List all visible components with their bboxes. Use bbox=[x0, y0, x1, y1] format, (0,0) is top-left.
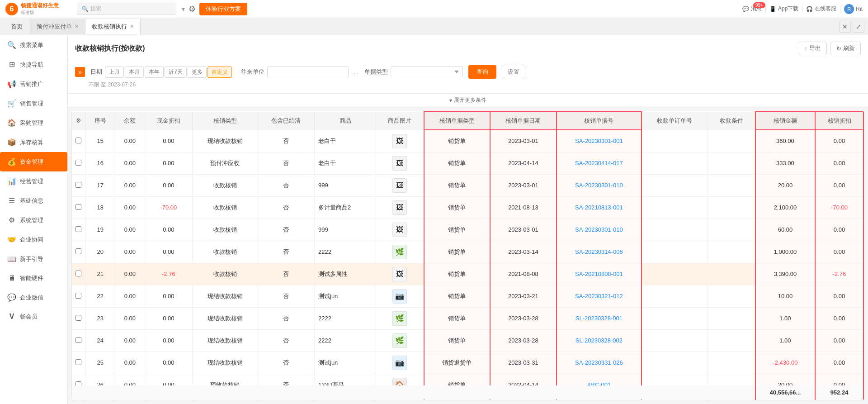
row-select[interactable] bbox=[72, 152, 85, 174]
row-cancel-no[interactable]: SL-20230328-001 bbox=[557, 307, 642, 329]
cancel-no-link[interactable]: SA-20230314-008 bbox=[575, 248, 623, 255]
sidebar-item-guide[interactable]: 📖 新手引导 bbox=[0, 249, 67, 269]
row-no: 21 bbox=[85, 263, 115, 285]
row-cancel-no[interactable]: SA-20210813-001 bbox=[557, 196, 642, 219]
row-select[interactable] bbox=[72, 219, 85, 241]
row-cancel-no[interactable]: SA-20230301-010 bbox=[557, 219, 642, 241]
tab-close-button[interactable]: ✕ bbox=[839, 21, 851, 33]
sidebar-item-basic[interactable]: ☰ 基础信息 bbox=[0, 191, 67, 210]
export-button[interactable]: ↑ 导出 bbox=[799, 42, 827, 55]
row-cancel-no[interactable]: SA-20230321-012 bbox=[557, 285, 642, 307]
tab-close-1[interactable]: ✕ bbox=[75, 24, 79, 29]
query-button[interactable]: 查询 bbox=[468, 65, 496, 79]
row-select[interactable] bbox=[72, 329, 85, 352]
row-receipt-condition bbox=[708, 130, 755, 152]
gear-button[interactable]: ⚙ bbox=[189, 4, 196, 14]
message-action[interactable]: 💬 消息 99+ bbox=[742, 5, 762, 13]
basic-icon: ☰ bbox=[7, 196, 16, 205]
row-cancel-no[interactable]: SA-20230331-026 bbox=[557, 352, 642, 374]
row-cancel-no[interactable]: SA-20230314-008 bbox=[557, 241, 642, 263]
search-box[interactable]: 🔍 搜索 bbox=[77, 3, 176, 15]
sidebar-item-wechat[interactable]: 💬 企业微信 bbox=[0, 288, 67, 307]
row-cancel-no[interactable]: SA-20230301-010 bbox=[557, 174, 642, 196]
search-dropdown-icon[interactable]: ▾ bbox=[182, 5, 185, 13]
row-cancel-no[interactable]: SL-20230328-002 bbox=[557, 329, 642, 352]
date-7days[interactable]: 近7天 bbox=[165, 67, 187, 78]
row-cancel-no[interactable]: SA-20230301-001 bbox=[557, 130, 642, 152]
sidebar-item-corp[interactable]: 🤝 企业协同 bbox=[0, 230, 67, 249]
row-cancel-date: 2023-03-01 bbox=[490, 219, 556, 241]
cancel-no-link[interactable]: SL-20230328-001 bbox=[576, 315, 623, 322]
col-settings[interactable]: ⚙ bbox=[72, 112, 85, 130]
sidebar-item-sales[interactable]: 🛒 销售管理 bbox=[0, 94, 67, 113]
row-cancel-no[interactable]: SA-20210808-001 bbox=[557, 263, 642, 285]
refresh-button[interactable]: ↻ 刷新 bbox=[830, 42, 861, 55]
row-select[interactable] bbox=[72, 352, 85, 374]
cancel-no-link[interactable]: SL-20230328-002 bbox=[576, 337, 623, 344]
cancel-no-link[interactable]: SA-20230301-001 bbox=[575, 138, 623, 144]
user-profile[interactable]: R Rit bbox=[844, 4, 863, 14]
cancel-no-link[interactable]: SA-20210813-001 bbox=[575, 204, 623, 211]
cancel-no-link[interactable]: SA-20210808-001 bbox=[575, 271, 623, 277]
row-select[interactable] bbox=[72, 241, 85, 263]
total-cancel-discount: 952.24 bbox=[815, 385, 863, 400]
row-receipt-order bbox=[642, 174, 708, 196]
table-settings-icon[interactable]: ⚙ bbox=[76, 117, 81, 124]
filter-toggle-button[interactable]: » bbox=[75, 67, 85, 77]
date-buttons: 上月 本月 本年 近7天 更多 自定义 bbox=[105, 67, 232, 78]
row-select[interactable] bbox=[72, 263, 85, 285]
date-this-year[interactable]: 本年 bbox=[145, 67, 164, 78]
row-cancel-type: 销货单 bbox=[424, 263, 490, 285]
sidebar-item-operation[interactable]: 📊 经营管理 bbox=[0, 171, 67, 191]
sidebar-item-finance[interactable]: 💰 资金管理 bbox=[0, 152, 67, 171]
row-select[interactable] bbox=[72, 285, 85, 307]
service-action[interactable]: 🎧 在线客服 bbox=[806, 5, 836, 13]
row-select[interactable] bbox=[72, 174, 85, 196]
sidebar-item-member[interactable]: V 畅会员 bbox=[0, 307, 67, 326]
row-select[interactable] bbox=[72, 196, 85, 219]
industry-button[interactable]: 休验行业方案 bbox=[199, 3, 247, 15]
row-cancel-type: 销货单 bbox=[424, 196, 490, 219]
date-last-month[interactable]: 上月 bbox=[105, 67, 124, 78]
sidebar-item-marketing[interactable]: 📢 营销推广 bbox=[0, 74, 67, 94]
row-select[interactable] bbox=[72, 130, 85, 152]
row-cancel-type: 销货退货单 bbox=[424, 352, 490, 374]
row-cancel-date: 2021-08-13 bbox=[490, 196, 556, 219]
row-no: 18 bbox=[85, 196, 115, 219]
expand-conditions-bar[interactable]: ▾ 展开更多条件 bbox=[68, 94, 868, 107]
receipt-type-select[interactable] bbox=[391, 66, 463, 78]
setting-button[interactable]: 设置 bbox=[502, 65, 525, 79]
col-receipt-condition: 收款条件 bbox=[708, 112, 755, 130]
cancel-no-link[interactable]: SA-20230301-010 bbox=[575, 182, 623, 189]
row-cancel-discount: 0.00 bbox=[815, 307, 863, 329]
sidebar-item-purchase[interactable]: 🏠 采购管理 bbox=[0, 113, 67, 133]
purchase-icon: 🏠 bbox=[7, 119, 16, 127]
from-unit-input[interactable] bbox=[267, 66, 349, 78]
sidebar-item-system[interactable]: ⚙ 系统管理 bbox=[0, 210, 67, 230]
date-custom[interactable]: 自定义 bbox=[208, 67, 232, 78]
date-this-month[interactable]: 本月 bbox=[125, 67, 144, 78]
row-select[interactable] bbox=[72, 307, 85, 329]
cancel-no-link[interactable]: SA-20230301-010 bbox=[575, 226, 623, 233]
row-no: 22 bbox=[85, 285, 115, 307]
tab-expand-button[interactable]: ⤢ bbox=[853, 21, 864, 33]
tab-advance-payment[interactable]: 预付冲应付单 ✕ bbox=[30, 19, 85, 34]
cancel-no-link[interactable]: SA-20230414-017 bbox=[575, 160, 623, 166]
sidebar-item-search[interactable]: 🔍 搜索菜单 bbox=[0, 35, 67, 55]
filter-row: » 日期 上月 本月 本年 近7天 更多 自定义 往来单位 bbox=[75, 65, 861, 79]
finance-icon: 💰 bbox=[7, 157, 16, 166]
tab-close-2[interactable]: ✕ bbox=[130, 24, 134, 29]
sidebar-item-nav[interactable]: ⊞ 快捷导航 bbox=[0, 55, 67, 74]
sidebar-item-inventory[interactable]: 📦 库存核算 bbox=[0, 133, 67, 152]
row-cancel-no[interactable]: SA-20230414-017 bbox=[557, 152, 642, 174]
date-more[interactable]: 更多 bbox=[188, 67, 207, 78]
tab-home[interactable]: 首页 bbox=[4, 19, 30, 34]
date-filter-group: 日期 上月 本月 本年 近7天 更多 自定义 bbox=[90, 67, 232, 78]
row-cancel-amount: 1.00 bbox=[755, 329, 815, 352]
app-download-action[interactable]: 📱 App下载 bbox=[769, 5, 798, 13]
sidebar-item-hardware[interactable]: 🖥 智能硬件 bbox=[0, 269, 67, 288]
tab-cancel-execution[interactable]: 收款核销执行 ✕ bbox=[85, 19, 141, 34]
row-receipt-condition bbox=[708, 263, 755, 285]
cancel-no-link[interactable]: SA-20230331-026 bbox=[575, 359, 623, 366]
cancel-no-link[interactable]: SA-20230321-012 bbox=[575, 293, 623, 299]
